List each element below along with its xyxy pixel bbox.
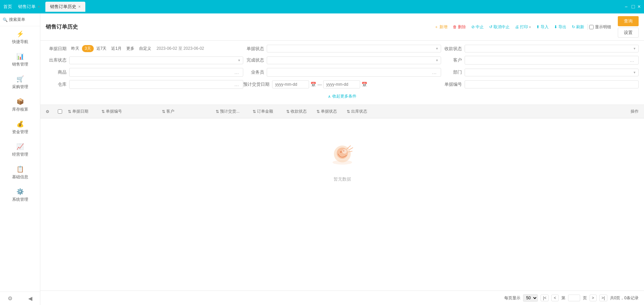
th-date[interactable]: ⇅ 单据日期	[65, 109, 99, 114]
sidebar-item-system-mgmt[interactable]: ⚙️ 系统管理	[0, 184, 40, 206]
customer-ellipsis-btn[interactable]: …	[628, 58, 636, 63]
warehouse-ellipsis-btn[interactable]: …	[233, 82, 240, 87]
tab-home[interactable]: 首页	[3, 4, 12, 10]
sidebar-settings-icon[interactable]: ⚙	[8, 295, 12, 302]
sidebar-item-basic-info[interactable]: 📋 基础信息	[0, 161, 40, 184]
export-button[interactable]: ⬇ 导出	[552, 23, 568, 31]
refresh-button[interactable]: ↻ 刷新	[570, 23, 586, 31]
next-page-btn[interactable]: >	[590, 295, 597, 301]
out-status-chevron-icon: ▾	[238, 58, 240, 63]
prev-page-btn[interactable]: <	[551, 295, 558, 301]
operations-icon: 📈	[16, 143, 24, 150]
delete-button[interactable]: 🗑 删除	[451, 23, 468, 31]
display-detail-checkbox[interactable]: 显示明细	[589, 24, 611, 30]
th-out-status[interactable]: ⇅ 出库状态	[344, 109, 374, 114]
date-btn-group: 昨天 3天 近7天 近1月 更多 自定义	[69, 45, 153, 52]
th-order-status[interactable]: ⇅ 单据状态	[314, 109, 344, 114]
settings-button[interactable]: 设置	[618, 28, 639, 38]
yesterday-btn[interactable]: 昨天	[69, 45, 81, 52]
import-button[interactable]: ⬆ 导入	[534, 23, 551, 31]
today-3day-btn[interactable]: 3天	[82, 45, 94, 52]
custom-btn[interactable]: 自定义	[137, 45, 153, 52]
window-minimize-icon[interactable]: －	[624, 3, 629, 10]
new-icon: ＋	[434, 24, 438, 30]
last7days-btn[interactable]: 近7天	[94, 45, 109, 52]
close-tab-sales-order-history[interactable]: ×	[78, 4, 81, 9]
window-maximize-icon[interactable]: □	[632, 4, 635, 10]
delivery-date-to[interactable]	[323, 80, 360, 88]
sidebar-search[interactable]: 🔍 搜索菜单	[0, 13, 40, 26]
sidebar-item-purchase-mgmt[interactable]: 🛒 采购管理	[0, 71, 40, 94]
svg-line-5	[349, 148, 353, 150]
order-no-input[interactable]	[465, 80, 639, 88]
table-settings-icon[interactable]: ⚙	[46, 109, 49, 114]
out-status-select[interactable]: ▾	[69, 56, 243, 64]
table-footer: 每页显示 50 |< < 第 1 页 > >| 共0页，0条记录	[40, 291, 644, 305]
table-area: ⚙ ⇅ 单据日期 ⇅ 单据编号 ⇅ 客户 ⇅	[40, 105, 644, 291]
export-icon: ⬇	[554, 25, 557, 29]
date-label: 单据日期	[46, 46, 69, 52]
tab-sales-order[interactable]: 销售订单 ×	[13, 2, 45, 12]
query-button[interactable]: 查询	[618, 16, 639, 26]
close-tab-sales-order[interactable]: ×	[38, 4, 40, 9]
tab-sales-order-history[interactable]: 销售订单历史 ×	[45, 2, 85, 12]
new-button[interactable]: ＋ 新增	[432, 23, 449, 31]
more-btn[interactable]: 更多	[124, 45, 136, 52]
first-page-btn[interactable]: |<	[541, 295, 549, 301]
sidebar-item-inventory[interactable]: 📦 库存核算	[0, 94, 40, 116]
sidebar-bottom: ⚙ ◀	[0, 292, 40, 305]
print-chevron-icon: ▾	[529, 25, 531, 29]
department-select[interactable]: ▾	[465, 69, 639, 76]
delivery-date-calendar-to-icon[interactable]: 📅	[361, 82, 367, 87]
display-detail-input[interactable]	[589, 25, 594, 29]
sidebar-item-sales-mgmt[interactable]: 📊 销售管理	[0, 49, 40, 71]
delivery-date-from[interactable]	[272, 80, 309, 88]
th-amount[interactable]: ⇅ 订单金额	[250, 109, 284, 114]
order-status-select[interactable]: ▾	[267, 45, 441, 52]
window-close-icon[interactable]: ×	[638, 4, 641, 10]
page-label-2: 页	[583, 295, 587, 301]
cancel-stop-button[interactable]: ↺ 取消中止	[487, 23, 512, 31]
print-icon: 🖨	[515, 25, 519, 29]
page-size-select[interactable]: 50	[523, 294, 538, 302]
salesperson-ellipsis-btn[interactable]: …	[431, 70, 438, 75]
complete-status-select[interactable]: ▾	[267, 56, 441, 64]
filter-row-3: 商品 … 业务员 … 部门	[46, 68, 639, 77]
sidebar-item-operations[interactable]: 📈 经营管理	[0, 139, 40, 161]
stop-button[interactable]: ⊘ 中止	[469, 23, 486, 31]
last-page-btn[interactable]: >|	[599, 295, 607, 301]
warehouse-label: 仓库	[46, 81, 69, 87]
main-layout: 🔍 搜索菜单 ⚡ 快捷导航 📊 销售管理 🛒 采购管理 📦 库存核算 💰 资金管…	[0, 13, 644, 305]
select-all-checkbox[interactable]	[58, 109, 62, 114]
toolbar-actions: ＋ 新增 🗑 删除 ⊘ 中止 ↺ 取消中止 🖨 打印	[432, 23, 611, 31]
sidebar-item-finance[interactable]: 💰 资金管理	[0, 116, 40, 139]
last1month-btn[interactable]: 近1月	[109, 45, 124, 52]
out-status-label: 出库状态	[46, 57, 69, 63]
th-receipt-status[interactable]: ⇅ 收款状态	[284, 109, 314, 114]
collapse-row[interactable]: ∧ 收起更多条件	[46, 92, 639, 101]
delivery-date-calendar-from-icon[interactable]: 📅	[310, 82, 316, 87]
delivery-date-label: 预计交货日期	[243, 81, 272, 87]
goods-ellipsis-btn[interactable]: …	[233, 70, 240, 75]
th-check[interactable]	[55, 109, 65, 114]
sort-icon-order-no: ⇅	[101, 109, 105, 114]
th-customer[interactable]: ⇅ 客户	[159, 109, 213, 114]
page-title: 销售订单历史	[46, 24, 78, 31]
sort-icon-customer: ⇅	[162, 109, 165, 114]
chevron-up-icon: ∧	[328, 94, 331, 99]
sidebar-collapse-icon[interactable]: ◀	[28, 295, 32, 302]
th-delivery[interactable]: ⇅ 预计交货...	[213, 109, 250, 114]
sidebar-item-quick-nav[interactable]: ⚡ 快捷导航	[0, 26, 40, 49]
th-settings[interactable]: ⚙	[43, 109, 55, 114]
print-button[interactable]: 🖨 打印 ▾	[513, 23, 533, 31]
top-bar: 首页 销售订单 × 销售订单历史 × － □ ×	[0, 0, 644, 13]
page-input[interactable]: 1	[568, 295, 580, 301]
th-order-no[interactable]: ⇅ 单据编号	[99, 109, 159, 114]
empty-state: 暂无数据	[40, 118, 644, 202]
th-action: 操作	[374, 109, 641, 114]
sort-icon-delivery: ⇅	[216, 109, 219, 114]
refresh-icon: ↻	[572, 25, 575, 29]
cancel-stop-icon: ↺	[489, 25, 492, 29]
receipt-status-select[interactable]: ▾	[465, 45, 639, 52]
receipt-status-label: 收款状态	[441, 46, 465, 52]
